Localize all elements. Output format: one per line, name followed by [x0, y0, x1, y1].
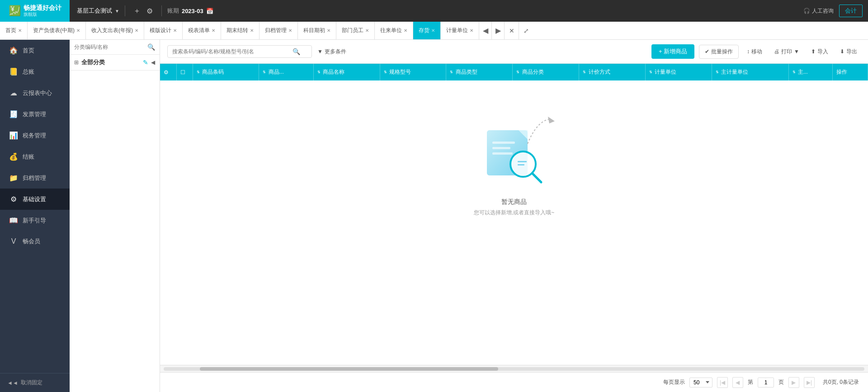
sidebar-item-closing[interactable]: 💰 结账	[0, 146, 70, 167]
company-selector[interactable]: 基层工会测试 ▼	[77, 7, 119, 15]
sort-price-icon[interactable]: ⇅	[583, 70, 586, 74]
tab-period-transfer[interactable]: 期末结转 ✕	[221, 22, 259, 40]
human-service-button[interactable]: 🎧 人工咨询	[803, 7, 834, 15]
period-value[interactable]: 2023-03	[182, 8, 203, 14]
export-button[interactable]: ⬇ 导出	[836, 45, 861, 58]
more-conditions-button[interactable]: ▼ 更多条件	[317, 48, 346, 56]
tab-tax-list[interactable]: 税表清单 ✕	[183, 22, 221, 40]
sidebar-item-member[interactable]: V 畅会员	[0, 231, 70, 252]
sidebar-item-home[interactable]: 🏠 首页	[0, 40, 70, 61]
import-icon: ⬆	[811, 48, 816, 55]
category-search-icon[interactable]: 🔍	[147, 43, 155, 51]
category-search-input[interactable]	[74, 44, 145, 50]
print-icon: 🖨	[774, 48, 779, 55]
sort-name-icon[interactable]: ⇅	[317, 70, 321, 74]
sort-type-icon[interactable]: ⇅	[450, 70, 453, 74]
sort-unit-icon[interactable]: ⇅	[649, 70, 652, 74]
tab-close-archive[interactable]: ✕	[288, 28, 292, 33]
tab-inventory[interactable]: 存货 ✕	[413, 22, 441, 40]
print-button[interactable]: 🖨 打印 ▼	[770, 45, 803, 58]
add-tab-button[interactable]: ＋	[131, 5, 143, 17]
sidebar-label-closing: 结账	[23, 153, 34, 161]
sidebar-item-invoice[interactable]: 🧾 发票管理	[0, 104, 70, 125]
sidebar-label-reports: 云报表中心	[23, 89, 52, 97]
tab-homepage[interactable]: 首页 ✕	[0, 22, 28, 40]
scrollbar-thumb[interactable]	[200, 367, 498, 371]
tab-close-tax[interactable]: ✕	[212, 28, 215, 33]
tab-close-subject[interactable]: ✕	[327, 28, 330, 33]
sidebar-label-ledger: 总账	[23, 68, 34, 76]
sidebar-item-tax[interactable]: 📊 税务管理	[0, 125, 70, 146]
sort-category-icon[interactable]: ⇅	[516, 70, 519, 74]
export-icon: ⬇	[840, 48, 844, 55]
guide-icon: 📖	[9, 216, 18, 225]
tab-close-period[interactable]: ✕	[250, 28, 254, 33]
sort-spec-icon[interactable]: ⇅	[384, 70, 387, 74]
tab-template-design[interactable]: 模版设计 ✕	[144, 22, 183, 40]
th-checkbox[interactable]: ☐	[176, 64, 193, 80]
per-page-select[interactable]: 50 100 200	[689, 378, 712, 387]
prev-page-button[interactable]: ◀	[732, 377, 743, 388]
sidebar-item-reports[interactable]: ☁ 云报表中心	[0, 82, 70, 104]
tab-expand-button[interactable]: ⤢	[519, 22, 533, 40]
import-button[interactable]: ⬆ 导入	[807, 45, 832, 58]
tab-close-all-button[interactable]: ✕	[505, 22, 519, 40]
page-number-input[interactable]	[758, 378, 774, 387]
tab-close-unit[interactable]: ✕	[470, 28, 473, 33]
move-button[interactable]: ↕ 移动	[743, 45, 766, 58]
category-panel: 🔍 ⊞ 全部分类 ✎ ◀	[70, 40, 160, 392]
sidebar-item-guide[interactable]: 📖 新手引导	[0, 210, 70, 231]
collapse-icon[interactable]: ◀	[151, 59, 155, 66]
tab-department[interactable]: 部门员工 ✕	[336, 22, 375, 40]
th-code: ⇅ 商品...	[259, 64, 313, 80]
unpin-button[interactable]: ◄◄ 取消固定	[0, 373, 70, 392]
tab-contacts[interactable]: 往来单位 ✕	[375, 22, 413, 40]
tab-balance-sheet[interactable]: 资产负债表(中期) ✕	[28, 22, 86, 40]
tab-next-button[interactable]: ▶	[492, 22, 505, 40]
first-page-button[interactable]: |◀	[717, 377, 728, 388]
tab-close-income[interactable]: ✕	[135, 28, 138, 33]
print-dropdown-icon: ▼	[794, 48, 799, 55]
product-search-input[interactable]	[172, 48, 290, 55]
logo-sub: 旗舰版	[24, 11, 61, 18]
main-layout: 🏠 首页 📒 总账 ☁ 云报表中心 🧾 发票管理 📊 税务管理 💰 结账 📁 归…	[0, 40, 868, 392]
sort-main-unit-icon[interactable]: ⇅	[716, 70, 719, 74]
sidebar-item-ledger[interactable]: 📒 总账	[0, 61, 70, 82]
settings-icon[interactable]: ⚙	[143, 5, 156, 17]
th-gear[interactable]: ⚙	[160, 64, 176, 80]
tab-prev-button[interactable]: ◀	[479, 22, 492, 40]
sidebar-item-archive[interactable]: 📁 归档管理	[0, 167, 70, 189]
sort-barcode-icon[interactable]: ⇅	[197, 70, 200, 74]
tab-subject-initial[interactable]: 科目期初 ✕	[298, 22, 336, 40]
calendar-icon[interactable]: 📅	[206, 8, 213, 14]
tab-close-contacts[interactable]: ✕	[404, 28, 407, 33]
logo-text: 畅捷通好会计	[24, 4, 61, 12]
tab-close-department[interactable]: ✕	[365, 28, 369, 33]
batch-icon: ✔	[705, 48, 709, 55]
horizontal-scrollbar[interactable]	[164, 367, 864, 371]
tab-close-inventory[interactable]: ✕	[431, 28, 435, 33]
sidebar-item-settings[interactable]: ⚙ 基础设置	[0, 189, 70, 210]
settings-gear-icon: ⚙	[9, 195, 18, 203]
category-header: ⊞ 全部分类 ✎ ◀	[70, 55, 160, 71]
next-page-button[interactable]: ▶	[788, 377, 799, 388]
member-icon: V	[9, 237, 18, 246]
kuaiji-button[interactable]: 会计	[839, 5, 863, 17]
tab-close-template[interactable]: ✕	[173, 28, 177, 33]
last-page-button[interactable]: ▶|	[804, 377, 815, 388]
edit-icon[interactable]: ✎	[143, 59, 148, 66]
all-categories-label[interactable]: 全部分类	[81, 58, 140, 66]
search-icon[interactable]: 🔍	[292, 48, 300, 55]
sidebar: 🏠 首页 📒 总账 ☁ 云报表中心 🧾 发票管理 📊 税务管理 💰 结账 📁 归…	[0, 40, 70, 392]
tab-close-balance[interactable]: ✕	[76, 28, 80, 33]
add-product-button[interactable]: + 新增商品	[651, 44, 694, 59]
batch-operation-button[interactable]: ✔ 批量操作	[699, 45, 739, 59]
tab-close-homepage[interactable]: ✕	[18, 28, 22, 33]
sort-code-icon[interactable]: ⇅	[263, 70, 266, 74]
tab-archive[interactable]: 归档管理 ✕	[259, 22, 298, 40]
pagination-bar: 每页显示 50 100 200 |◀ ◀ 第 页 ▶ ▶| 共0页, 0条记录	[160, 372, 868, 392]
sort-main-code-icon[interactable]: ⇅	[793, 70, 796, 74]
tab-unit[interactable]: 计量单位 ✕	[441, 22, 479, 40]
svg-line-7	[532, 173, 541, 182]
tab-income-statement[interactable]: 收入支出表(年报) ✕	[86, 22, 144, 40]
